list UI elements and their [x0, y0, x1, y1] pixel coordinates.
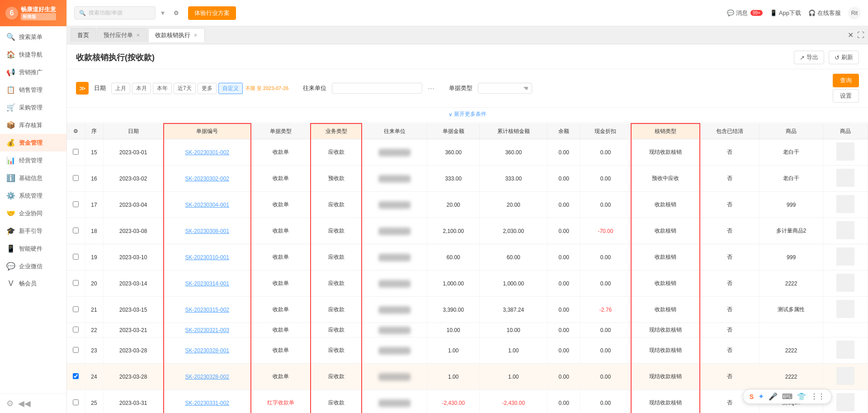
row-bill-no[interactable]: SK-20230315-002 [164, 297, 251, 323]
row-bill-no[interactable]: SK-20230308-001 [164, 218, 251, 244]
custom-date-btn[interactable]: 自定义 [218, 83, 243, 94]
gear-icon[interactable]: ⚙ [170, 7, 183, 19]
sidebar-item-sales[interactable]: 📋 销售管理 [0, 81, 66, 99]
tab-prepay[interactable]: 预付应付单 × [97, 28, 147, 42]
row-checkbox-cell[interactable] [67, 337, 85, 364]
trial-btn[interactable]: 体验行业方案 [188, 6, 236, 20]
sidebar-item-collab[interactable]: 🤝 企业协同 [0, 204, 66, 222]
setting-btn[interactable]: 设置 [833, 89, 859, 103]
row-bill-no[interactable]: SK-20230328-002 [164, 364, 251, 390]
row-checkbox-cell[interactable] [67, 364, 85, 390]
sidebar-item-guide[interactable]: 🎓 新手引导 [0, 222, 66, 240]
row-checkbox-cell[interactable] [67, 297, 85, 323]
row-checkbox[interactable] [73, 280, 79, 286]
row-counterpart: ████████ [362, 192, 427, 218]
settings-bottom-icon[interactable]: ⚙ [6, 399, 14, 408]
messages-btn[interactable]: 💬 消息 99+ [727, 9, 763, 17]
row-bill-no[interactable]: SK-20230331-002 [164, 390, 251, 413]
sidebar-item-system[interactable]: ⚙️ 系统管理 [0, 187, 66, 204]
filter-toggle-btn[interactable]: ≫ [76, 82, 89, 95]
app-download-btn[interactable]: 📱 App下载 [770, 9, 801, 17]
row-bill-no[interactable]: SK-20230302-002 [164, 166, 251, 192]
tabs-right-actions: ✕ ⛶ [848, 31, 864, 39]
sidebar-item-hardware[interactable]: 📱 智能硬件 [0, 240, 66, 257]
tab-home[interactable]: 首页 [71, 28, 96, 42]
online-support-btn[interactable]: 🎧 在线客服 [808, 9, 841, 17]
row-date: 2023-03-14 [103, 271, 164, 297]
sidebar-item-finance[interactable]: 💰 资金管理 [0, 134, 66, 152]
row-checkbox[interactable] [73, 254, 79, 260]
last-month-btn[interactable]: 上月 [111, 83, 130, 94]
row-checkbox[interactable] [73, 228, 79, 233]
row-checkbox-cell[interactable] [67, 218, 85, 244]
row-bill-no[interactable]: SK-20230321-003 [164, 323, 251, 337]
row-counterpart: ████████ [362, 166, 427, 192]
tab-collection[interactable]: 收款核销执行 × [148, 28, 205, 42]
row-checkbox-cell[interactable] [67, 271, 85, 297]
row-bill-no[interactable]: SK-20230310-001 [164, 244, 251, 271]
expand-conditions-btn[interactable]: ∨ 展开更多条件 [448, 110, 486, 118]
row-checkbox[interactable] [73, 327, 79, 332]
row-counterpart: ████████ [362, 139, 427, 166]
row-checkbox[interactable] [73, 347, 79, 353]
row-amount: 1.00 [427, 364, 480, 390]
sidebar-item-wechat[interactable]: 💬 企业微信 [0, 257, 66, 275]
row-bill-type: 收款单 [251, 297, 311, 323]
row-include-settled: 否 [700, 297, 760, 323]
export-btn[interactable]: ↗ 导出 [794, 51, 824, 64]
sidebar-item-search[interactable]: 🔍 搜索菜单 [0, 28, 66, 46]
row-bill-no[interactable]: SK-20230301-002 [164, 139, 251, 166]
sidebar-item-purchase[interactable]: 🛒 采购管理 [0, 99, 66, 116]
collapse-icon[interactable]: ◀◀ [18, 399, 31, 408]
row-checkbox[interactable] [73, 201, 79, 207]
row-checkbox-cell[interactable] [67, 390, 85, 413]
sidebar-item-quicknav[interactable]: 🏠 快捷导航 [0, 46, 66, 63]
more-date-btn[interactable]: 更多 [198, 83, 217, 94]
sidebar-item-basic[interactable]: ℹ️ 基础信息 [0, 169, 66, 187]
sidebar-item-inventory[interactable]: 📦 库存核算 [0, 116, 66, 134]
row-checkbox[interactable] [73, 399, 79, 405]
row-bill-no[interactable]: SK-20230304-001 [164, 192, 251, 218]
row-bill-no[interactable]: SK-20230314-001 [164, 271, 251, 297]
refresh-btn[interactable]: ↺ 刷新 [829, 51, 859, 64]
last-7days-btn[interactable]: 近7天 [174, 83, 196, 94]
topbar-search-box[interactable]: 🔍 搜索功能/单据 [74, 6, 156, 19]
th-settings[interactable]: ⚙ [67, 123, 85, 139]
th-date: 日期 [103, 123, 164, 139]
row-checkbox[interactable] [73, 373, 79, 379]
this-year-btn[interactable]: 本年 [153, 83, 172, 94]
table-row: 17 2023-03-04 SK-20230304-001 收款单 应收款 ██… [67, 192, 868, 218]
ime-shirt-icon[interactable]: 👕 [797, 392, 806, 401]
date-filter-label: 日期 [94, 84, 106, 92]
sidebar-item-marketing[interactable]: 📢 营销推广 [0, 63, 66, 81]
ime-bar: S ✦ 🎤 ⌨ 👕 ⋮⋮ [743, 389, 832, 404]
sidebar-item-operations[interactable]: 📊 经营管理 [0, 152, 66, 169]
tab-fullscreen-icon[interactable]: ⛶ [857, 31, 864, 39]
tab-prepay-close[interactable]: × [136, 32, 141, 38]
row-cancel-type: 现结收款核销 [631, 323, 700, 337]
row-checkbox-cell[interactable] [67, 139, 85, 166]
user-avatar[interactable]: Rit [848, 7, 861, 19]
row-bill-type: 收款单 [251, 192, 311, 218]
query-btn[interactable]: 查询 [833, 74, 859, 87]
ime-mic-icon[interactable]: 🎤 [769, 392, 778, 401]
tab-close-all-icon[interactable]: ✕ [848, 31, 854, 39]
row-checkbox[interactable] [73, 175, 79, 181]
row-checkbox-cell[interactable] [67, 166, 85, 192]
row-checkbox[interactable] [73, 306, 79, 312]
row-goods2 [823, 244, 868, 271]
inventory-icon: 📦 [6, 121, 15, 129]
sidebar-item-member[interactable]: V 畅会员 [0, 275, 66, 292]
row-checkbox-cell[interactable] [67, 323, 85, 337]
tab-collection-close[interactable]: × [193, 32, 198, 38]
ime-keyboard-icon[interactable]: ⌨ [782, 392, 793, 401]
row-checkbox-cell[interactable] [67, 244, 85, 271]
row-checkbox-cell[interactable] [67, 192, 85, 218]
row-bill-no[interactable]: SK-20230328-001 [164, 337, 251, 364]
receipt-type-select[interactable] [478, 83, 532, 94]
ime-grid-icon[interactable]: ⋮⋮ [811, 392, 825, 401]
this-month-btn[interactable]: 本月 [132, 83, 151, 94]
th-bill-no: 单据编号 [164, 123, 251, 139]
counterpart-input[interactable] [332, 83, 422, 94]
row-checkbox[interactable] [73, 149, 79, 155]
